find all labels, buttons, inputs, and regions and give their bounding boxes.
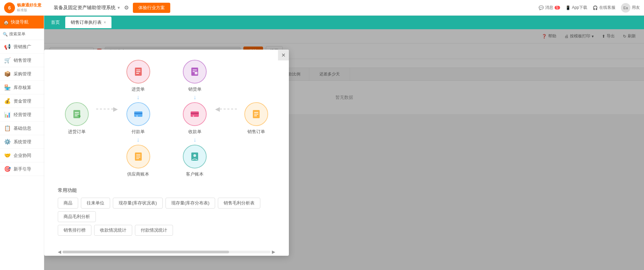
wf-circle-sales-order [244, 102, 268, 126]
headset-icon: 🎧 [593, 5, 598, 10]
system-icon: ⚙️ [4, 139, 11, 145]
arrow-purchase-to-bill: ▶ [96, 105, 118, 132]
svg-rect-22 [191, 113, 199, 114]
tab-home[interactable]: 首页 [46, 17, 65, 28]
svg-text:¥: ¥ [136, 114, 138, 118]
down-arrow-supplier: ↓ [137, 136, 140, 143]
sidebar-header[interactable]: 🏠 快捷导航 [0, 16, 44, 29]
user-menu[interactable]: Ea 用友 [621, 3, 640, 13]
sidebar-item-basic[interactable]: 📋 基础信息 [0, 122, 44, 135]
func-btn-product[interactable]: 商品 [58, 198, 78, 209]
svg-rect-12 [135, 152, 142, 161]
home-icon: 🏠 [3, 20, 9, 25]
scroll-left-arrow[interactable]: ◀ [58, 249, 61, 254]
scroll-track [63, 251, 271, 253]
func-btn-payment-stats[interactable]: 付款情况统计 [135, 225, 173, 236]
basic-icon: 📋 [4, 125, 11, 131]
wf-node-sales-order[interactable]: 销售订单 [237, 102, 275, 135]
wf-node-customer-ledger[interactable]: 客户账本 [174, 145, 215, 177]
system-title: 装备及固定资产辅助管理系统 ▾ ⚙ 体验行业方案 [54, 3, 539, 13]
wf-circle-receipt: ¥ [183, 102, 207, 126]
modal-close-button[interactable]: × [278, 50, 289, 60]
tab-close-icon[interactable]: × [104, 20, 106, 25]
func-btn-inventory-dist[interactable]: 现存量(库存分布表) [166, 198, 215, 209]
sidebar-search[interactable]: 🔍 搜索菜单 [0, 29, 44, 40]
func-btn-counterpart[interactable]: 往来单位 [81, 198, 110, 209]
logo-text: 畅康通好生意 标准版 [17, 3, 41, 12]
func-btn-inventory-status[interactable]: 现存量(库存状况表) [113, 198, 163, 209]
sidebar: 🏠 快捷导航 🔍 搜索菜单 📢 营销推广 🛒 销售管理 📦 采购管理 🏪 [0, 16, 44, 270]
down-arrow-payment: ↓ [137, 94, 140, 101]
logo-area: 6 畅康通好生意 标准版 [4, 2, 48, 13]
app-download-button[interactable]: 📱 App下载 [565, 5, 587, 11]
newbie-icon: 🎯 [4, 166, 11, 172]
settings-icon[interactable]: ⚙ [124, 4, 129, 11]
sidebar-item-operation[interactable]: 📊 经营管理 [0, 108, 44, 122]
down-arrow-customer: ↓ [193, 136, 196, 143]
wf-node-supplier-ledger[interactable]: 供应商账本 [118, 145, 159, 177]
wf-col-sales-bill: 销货单 ↓ ¥ [174, 60, 215, 177]
sidebar-item-system[interactable]: ⚙️ 系统管理 [0, 135, 44, 149]
sidebar-item-purchase[interactable]: 📦 采购管理 [0, 67, 44, 81]
search-icon: 🔍 [3, 32, 8, 37]
online-service-button[interactable]: 🎧 在线客服 [593, 5, 615, 11]
system-name: 装备及固定资产辅助管理系统 [54, 5, 116, 11]
message-button[interactable]: 💬 消息 5 [539, 5, 560, 11]
sidebar-item-enterprise[interactable]: 🤝 企业协同 [0, 149, 44, 162]
func-btn-sales-rank[interactable]: 销售排行榜 [58, 225, 91, 236]
scroll-thumb[interactable] [63, 251, 229, 253]
svg-rect-10 [134, 113, 142, 114]
top-right: 💬 消息 5 📱 App下载 🎧 在线客服 Ea 用友 [539, 3, 640, 13]
modal-scrollbar: ◀ ▶ [44, 248, 289, 256]
wf-node-payment[interactable]: ¥ 付款单 [118, 102, 159, 135]
overlay[interactable]: × [44, 29, 644, 270]
func-buttons: 商品 往来单位 现存量(库存状况表) 现存量(库存分布表) 销售毛利分析表 商品… [58, 198, 275, 222]
main-area: 🏠 快捷导航 🔍 搜索菜单 📢 营销推广 🛒 销售管理 📦 采购管理 🏪 [0, 16, 644, 270]
wf-circle-purchase-order [65, 102, 89, 126]
scroll-right-arrow[interactable]: ▶ [272, 249, 275, 254]
func-btn-sales-margin[interactable]: 销售毛利分析表 [218, 198, 260, 209]
message-badge: 5 [555, 6, 560, 10]
sidebar-item-newbie[interactable]: 🎯 新手引导 [0, 162, 44, 176]
sidebar-item-marketing[interactable]: 📢 营销推广 [0, 40, 44, 54]
wf-node-receipt[interactable]: ¥ 收款单 [174, 102, 215, 135]
download-icon: 📱 [565, 5, 571, 10]
purchase-icon: 📦 [4, 71, 11, 77]
sidebar-item-finance[interactable]: 💰 资金管理 [0, 94, 44, 108]
sidebar-item-sales[interactable]: 🛒 销售管理 [0, 54, 44, 67]
wf-node-purchase-bill[interactable]: 进货单 [118, 60, 159, 92]
finance-icon: 💰 [4, 98, 11, 104]
sidebar-item-inventory[interactable]: 🏪 库存核算 [0, 81, 44, 94]
svg-point-25 [193, 154, 196, 157]
common-functions-title: 常用功能 [58, 187, 275, 194]
func-btn-product-margin[interactable]: 商品毛利分析 [58, 211, 96, 222]
wf-circle-customer [183, 145, 207, 168]
logo-icon: 6 [4, 2, 15, 13]
svg-text:¥: ¥ [192, 114, 194, 118]
func-btn-receipt-stats[interactable]: 收款情况统计 [94, 225, 132, 236]
wf-circle-payment: ¥ [126, 102, 150, 126]
wf-circle-sales-bill [183, 60, 207, 84]
common-functions: 常用功能 商品 往来单位 现存量(库存状况表) 现存量(库存分布表) 销售毛利分… [44, 187, 289, 242]
content-area: 首页 销售订单执行表 × ❓ 帮助 🖨 [44, 16, 644, 270]
top-bar: 6 畅康通好生意 标准版 装备及固定资产辅助管理系统 ▾ ⚙ 体验行业方案 💬 … [0, 0, 644, 16]
avatar: Ea [621, 3, 630, 13]
down-arrow-receipt: ↓ [193, 94, 196, 101]
arrow-sales-order-to-bill: ◀ [215, 105, 237, 132]
enterprise-icon: 🤝 [4, 152, 11, 159]
wf-node-purchase-order[interactable]: 进货订单 [58, 102, 96, 135]
quick-nav-modal: × [44, 50, 289, 256]
func-buttons-row2: 销售排行榜 收款情况统计 付款情况统计 [58, 225, 275, 236]
workflow-diagram: 进货订单 ▶ [44, 50, 289, 187]
title-dropdown-icon[interactable]: ▾ [118, 5, 120, 10]
operation-icon: 📊 [4, 111, 11, 118]
message-icon: 💬 [539, 5, 544, 10]
tab-sales-order[interactable]: 销售订单执行表 × [65, 17, 111, 28]
page-content: ❓ 帮助 🖨 按模板打印 ▾ ⬆ 导出 ↻ 刷新 [44, 29, 644, 270]
marketing-icon: 📢 [4, 43, 11, 50]
app-container: 6 畅康通好生意 标准版 装备及固定资产辅助管理系统 ▾ ⚙ 体验行业方案 💬 … [0, 0, 644, 270]
trial-button[interactable]: 体验行业方案 [133, 3, 170, 13]
wf-node-sales-bill[interactable]: 销货单 [174, 60, 215, 92]
wf-circle-purchase-bill [126, 60, 150, 84]
wf-col-purchase-bill: 进货单 ↓ ¥ [118, 60, 159, 177]
